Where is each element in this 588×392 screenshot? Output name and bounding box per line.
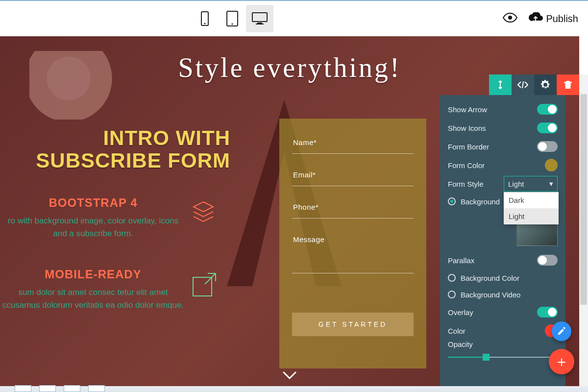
hero-title-line1: INTRO WITH (103, 126, 230, 149)
settings-tab[interactable] (534, 74, 557, 95)
canvas: Style everything! INTRO WITH SUBSCRIBE F… (0, 36, 588, 392)
option-dark[interactable]: Dark (504, 192, 559, 208)
top-toolbar: Publish (0, 0, 588, 36)
svg-point-3 (232, 24, 233, 25)
row-bg-video[interactable]: Background Video (448, 286, 558, 303)
phone-field[interactable]: Phone* (292, 197, 414, 219)
label-bg-image: Background (461, 197, 500, 206)
swatch-form-color[interactable] (545, 159, 558, 172)
email-field[interactable]: Email* (292, 165, 414, 186)
svg-rect-5 (257, 23, 262, 24)
slider-knob[interactable] (483, 354, 490, 361)
label-opacity: Opacity (448, 340, 558, 348)
label-form-border: Form Border (448, 143, 537, 151)
feature2-title: MOBILE-READY (0, 268, 186, 281)
delete-tab[interactable] (557, 74, 579, 95)
subscribe-form[interactable]: Name* Email* Phone* Message GET STARTED (279, 119, 426, 368)
label-color: Color (448, 327, 545, 335)
slider-opacity[interactable] (448, 351, 558, 363)
toggle-form-border[interactable] (537, 141, 558, 152)
label-bg-video: Background Video (461, 291, 520, 299)
eye-icon (503, 13, 517, 24)
device-tablet-button[interactable] (219, 5, 246, 32)
radio-bg-video[interactable] (448, 291, 456, 298)
edit-fab[interactable] (552, 321, 571, 341)
label-bg-color: Background Color (461, 274, 519, 282)
label-form-color: Form Color (448, 161, 545, 170)
hero-title-line2: SUBSCRIBE FORM (36, 149, 230, 172)
select-form-style-value: Light (508, 180, 524, 188)
move-tab[interactable] (489, 74, 512, 95)
row-overlay: Overlay (448, 303, 558, 321)
label-show-arrow: Show Arrow (448, 105, 537, 114)
row-form-border: Form Border (448, 137, 558, 156)
publish-label: Publish (546, 13, 578, 24)
row-parallax: Parallax (448, 251, 558, 270)
feature-mobile[interactable]: MOBILE-READY sum dolor sit amet consec t… (0, 268, 186, 311)
radio-bg-color[interactable] (448, 274, 456, 282)
label-parallax: Parallax (448, 256, 537, 265)
toggle-show-icons[interactable] (537, 122, 558, 133)
row-show-arrow: Show Arrow (448, 100, 558, 119)
cloud-upload-icon (528, 12, 543, 25)
svg-point-7 (508, 16, 512, 20)
get-started-button[interactable]: GET STARTED (292, 313, 414, 336)
svg-rect-4 (252, 13, 267, 22)
row-color: Color (448, 321, 558, 340)
feature1-text: ro with background image, color overlay,… (0, 215, 186, 240)
form-style-dropdown: Dark Light (504, 192, 559, 224)
toggle-show-arrow[interactable] (537, 104, 558, 115)
feature2-text: sum dolor sit amet consec tetur elit ame… (0, 286, 186, 311)
expand-icon (190, 270, 220, 301)
select-form-style[interactable]: Light ▾ Dark Light (504, 176, 558, 192)
hero-title[interactable]: INTRO WITH SUBSCRIBE FORM (0, 127, 230, 172)
os-taskbar (0, 386, 588, 392)
inspector-tabs (489, 74, 579, 95)
name-field[interactable]: Name* (292, 132, 414, 154)
code-tab[interactable] (512, 74, 534, 95)
row-form-style: Form Style Light ▾ Dark Light (448, 174, 558, 193)
device-mobile-button[interactable] (191, 5, 219, 32)
option-light[interactable]: Light (504, 208, 559, 224)
svg-point-1 (204, 23, 206, 24)
inspector-panel: Show Arrow Show Icons Form Border Form C… (440, 95, 565, 392)
preview-button[interactable] (503, 13, 517, 24)
label-show-icons: Show Icons (448, 124, 537, 132)
scroll-down-icon[interactable] (283, 371, 296, 382)
vertical-scrollbar[interactable] (579, 74, 588, 392)
toggle-parallax[interactable] (537, 255, 558, 266)
device-desktop-button[interactable] (246, 5, 273, 32)
feature1-title: BOOTSTRAP 4 (0, 196, 186, 210)
add-fab[interactable]: ＋ (549, 349, 574, 374)
row-form-color: Form Color (448, 156, 558, 174)
feature-bootstrap[interactable]: BOOTSTRAP 4 ro with background image, co… (0, 196, 186, 240)
row-show-icons: Show Icons (448, 119, 558, 137)
toolbar-right: Publish (503, 12, 588, 25)
chevron-down-icon: ▾ (549, 179, 553, 188)
layers-icon (190, 199, 217, 227)
device-switcher (191, 5, 273, 32)
message-field[interactable]: Message (292, 229, 414, 273)
publish-button[interactable]: Publish (528, 12, 578, 25)
label-overlay: Overlay (448, 308, 537, 317)
svg-rect-6 (256, 24, 264, 24)
scrollbar-thumb[interactable] (580, 94, 587, 305)
row-bg-color[interactable]: Background Color (448, 270, 558, 286)
toggle-overlay[interactable] (537, 307, 558, 318)
radio-bg-image[interactable] (448, 197, 456, 205)
label-form-style: Form Style (448, 180, 504, 188)
annotation-headline: Style everything! (178, 52, 401, 83)
row-opacity: Opacity (448, 340, 558, 363)
